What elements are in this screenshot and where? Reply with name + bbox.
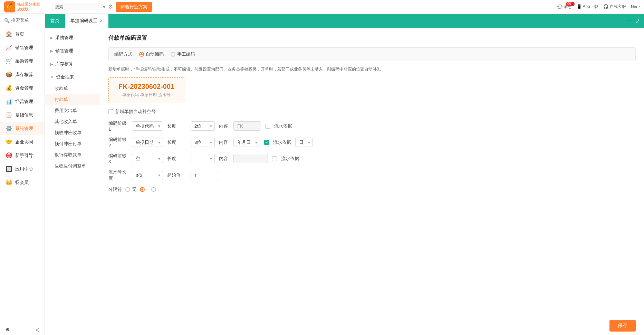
sidebar-item-purchase[interactable]: 🛒 采购管理 <box>0 54 45 68</box>
sep-dash-option[interactable]: - <box>140 187 148 192</box>
arrow-right-icon: ▶ <box>50 62 53 66</box>
manual-encode-option[interactable]: 手工编码 <box>171 51 195 57</box>
submenu-group-capital-title[interactable]: ▼ 资金往来 <box>45 71 100 83</box>
sep-dash-radio[interactable] <box>140 187 145 192</box>
sidebar-item-finance[interactable]: 💰 资金管理 <box>0 81 45 95</box>
sidebar-item-apps[interactable]: 🔲 应用中心 <box>0 162 45 176</box>
auto-fill-checkbox[interactable] <box>108 109 113 114</box>
gear-icon[interactable]: ⚙ <box>108 3 113 10</box>
sep-none-radio[interactable] <box>125 187 130 192</box>
tab-home[interactable]: 首页 <box>45 14 65 28</box>
submenu-item-adjustment[interactable]: 应收应付调整单 <box>45 160 100 171</box>
start-value-input[interactable] <box>191 171 218 180</box>
submenu-group-sales-title[interactable]: ▶ 销售管理 <box>45 45 100 57</box>
content2-select[interactable]: 年月日 <box>233 138 260 147</box>
sidebar-search[interactable]: 🔍 搜索菜单 <box>0 14 45 27</box>
online-service-button[interactable]: 🎧 在线客服 <box>603 4 626 10</box>
separator-row: 分隔符 无 - . <box>108 186 636 193</box>
prefix2-row: 编码前缀2 单据日期 长度 8位 内容 年月日 <box>108 137 636 148</box>
length1-select[interactable]: 2位 <box>191 121 215 131</box>
submenu-group-sales: ▶ 销售管理 <box>45 45 100 57</box>
separator-label: 分隔符 <box>108 186 122 193</box>
sep-dot-radio[interactable] <box>151 187 156 192</box>
stream3-label: 流水依据 <box>281 156 299 162</box>
prefix2-select-wrapper: 单据日期 <box>132 138 163 147</box>
settings-icon[interactable]: ⚙ <box>6 327 10 332</box>
notification-button[interactable]: 💬 消息 99+ <box>557 4 572 10</box>
sidebar-item-coop[interactable]: 🤝 企业协同 <box>0 135 45 149</box>
length1-label: 长度 <box>167 123 186 129</box>
preview-sub: 单据代码-单据日期-流水号 <box>116 92 177 98</box>
phone-icon: 📱 <box>577 4 582 9</box>
stream2-unit-select[interactable]: 日 <box>295 138 313 147</box>
submenu-item-other-income[interactable]: 其他收入单 <box>45 116 100 127</box>
content3-label: 内容 <box>219 156 229 162</box>
home-icon: 🏠 <box>6 31 12 37</box>
submenu-group-inventory-title[interactable]: ▶ 库存核算 <box>45 58 100 70</box>
sidebar-item-home[interactable]: 🏠 首页 <box>0 27 45 41</box>
content2-select-wrapper: 年月日 <box>233 138 260 147</box>
stream1-checkbox[interactable] <box>265 124 270 129</box>
experience-button[interactable]: 体验行业方案 <box>116 2 152 12</box>
length2-select-wrapper: 8位 <box>191 138 215 147</box>
submenu-item-receipt[interactable]: 收款单 <box>45 83 100 94</box>
prefix2-select[interactable]: 单据日期 <box>132 138 163 147</box>
sidebar-item-guide[interactable]: 🎯 新手引导 <box>0 149 45 162</box>
tab-doc-encoding[interactable]: 单据编码设置 ✕ <box>65 14 108 28</box>
sep-none-option[interactable]: 无 <box>125 186 136 193</box>
arrow-right-icon: ▶ <box>50 49 53 53</box>
dropdown-arrow-icon[interactable]: ▾ <box>103 4 105 10</box>
prefix3-select[interactable]: 空 <box>132 154 163 163</box>
sidebar-item-member[interactable]: 👑 畅会员 <box>0 176 45 189</box>
sidebar-item-operation[interactable]: 📊 经营管理 <box>0 95 45 108</box>
sidebar-item-inventory[interactable]: 📦 库存核算 <box>0 68 45 81</box>
collapse-icon[interactable]: ◁ <box>36 327 39 332</box>
sep-dot-option[interactable]: . <box>151 187 159 192</box>
save-button[interactable]: 保存 <box>609 320 636 332</box>
sales-icon: 📈 <box>6 44 12 51</box>
auto-fill-row: 新增单据自动补空号 <box>108 109 636 115</box>
sidebar-item-sales[interactable]: 📈 销售管理 <box>0 41 45 54</box>
auto-encode-option[interactable]: 自动编码 <box>139 51 164 57</box>
maximize-icon[interactable]: ⤢ <box>635 18 640 24</box>
submenu: ▶ 采购管理 ▶ 销售管理 ▶ 库存核算 ▼ 资金往来 <box>45 28 100 335</box>
submenu-item-prepay-receivable[interactable]: 预收冲应收单 <box>45 127 100 138</box>
headset-icon: 🎧 <box>603 4 608 9</box>
hint-text: 新增单据时，*单据编码*自动生成，不可编辑。前缀设置为部门、业务员等档案类，开单… <box>108 66 636 73</box>
content2-label: 内容 <box>219 139 229 146</box>
minimize-icon[interactable]: — <box>626 18 632 24</box>
apps-icon: 🔲 <box>6 166 12 172</box>
content1-input <box>233 121 261 131</box>
serial-length-select[interactable]: 3位 <box>132 171 163 180</box>
sidebar-item-basic[interactable]: 📋 基础信息 <box>0 108 45 122</box>
prefix1-select-wrapper: 单据代码 <box>132 121 163 131</box>
submenu-item-prepay-payable[interactable]: 预付冲应付单 <box>45 138 100 149</box>
guide-icon: 🎯 <box>6 152 12 159</box>
user-profile[interactable]: Nare <box>631 4 640 9</box>
length2-select[interactable]: 8位 <box>191 138 215 147</box>
sidebar-item-system[interactable]: ⚙️ 系统管理 <box>0 122 45 135</box>
bottom-bar: 保存 <box>45 316 644 335</box>
submenu-item-expense[interactable]: 费用支出单 <box>45 105 100 116</box>
finance-icon: 💰 <box>6 85 12 91</box>
start-value-label: 起始值 <box>167 172 186 178</box>
submenu-item-payment[interactable]: 付款单 <box>45 94 100 105</box>
nav-tab-right-controls: — ⤢ <box>626 18 644 24</box>
submenu-group-purchase-title[interactable]: ▶ 采购管理 <box>45 32 100 44</box>
prefix1-select[interactable]: 单据代码 <box>132 121 163 131</box>
page-title: 付款单编码设置 <box>108 35 636 42</box>
stream2-checkbox[interactable]: ✓ <box>264 140 269 145</box>
app-download-button[interactable]: 📱 App下载 <box>577 4 598 10</box>
submenu-item-bank[interactable]: 银行存取款单 <box>45 149 100 160</box>
arrow-right-icon: ▶ <box>50 36 53 40</box>
length3-select[interactable] <box>191 154 215 163</box>
message-icon: 💬 <box>557 4 563 9</box>
stream2-label: 流水依据 <box>273 139 291 146</box>
tab-close-icon[interactable]: ✕ <box>99 18 103 23</box>
manual-encode-radio[interactable] <box>171 52 175 57</box>
auto-encode-radio[interactable] <box>139 52 144 57</box>
search-icon: 🔍 <box>4 18 10 23</box>
serial-row: 流水号长度 3位 起始值 <box>108 169 636 182</box>
stream3-checkbox[interactable] <box>272 156 277 161</box>
search-input[interactable] <box>52 3 100 11</box>
